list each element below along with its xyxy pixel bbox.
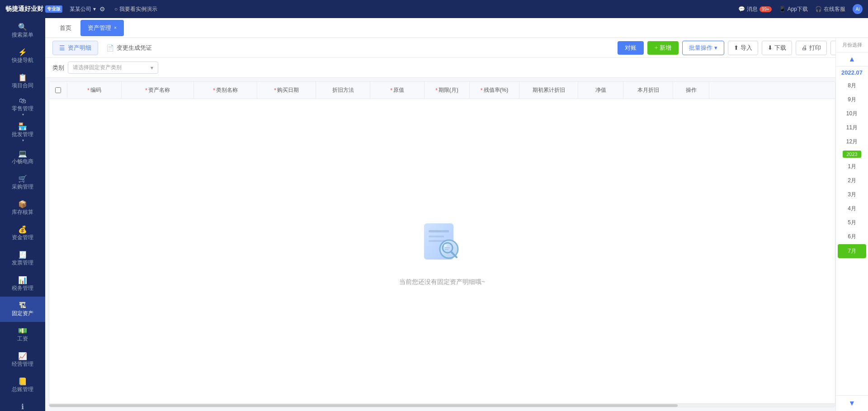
sidebar-item-basic-info[interactable]: ℹ 基础信息 — [0, 398, 45, 411]
col-method-label: 折旧方法 — [332, 86, 354, 94]
mobile-icon: 📱 — [779, 6, 786, 12]
wholesale-arrow-icon: ▾ — [22, 138, 24, 142]
month-item-4[interactable]: 4月 — [836, 202, 868, 216]
month-item-3[interactable]: 3月 — [836, 188, 868, 202]
download-button[interactable]: ⬇ 下载 — [762, 41, 792, 55]
month-item-6[interactable]: 6月 — [836, 230, 868, 244]
close-tab-icon[interactable]: × — [114, 25, 117, 30]
download-label: 下载 — [774, 44, 786, 52]
required-star: * — [435, 87, 438, 94]
user-avatar: Ai — [853, 4, 863, 14]
sidebar-item-label: 零售管理 — [12, 105, 33, 113]
headset-icon: 🎧 — [815, 6, 822, 12]
month-item-2[interactable]: 2月 — [836, 174, 868, 188]
tab-asset-management[interactable]: 资产管理 × — [80, 20, 124, 36]
batch-dropdown-icon: ▾ — [714, 44, 717, 51]
company-name: 某某公司 — [70, 5, 91, 13]
header-checkbox-cell — [49, 83, 67, 98]
month-item-12[interactable]: 12月 — [836, 135, 868, 149]
svg-rect-2 — [429, 236, 444, 237]
print-label: 打印 — [809, 44, 821, 52]
sidebar-item-label: 采购管理 — [12, 183, 33, 191]
category-select[interactable]: 请选择固定资产类别 ▾ — [68, 61, 158, 74]
import-button[interactable]: ⬆ 导入 — [728, 41, 758, 55]
finance-icon: 💰 — [18, 225, 27, 234]
message-badge: 99+ — [760, 6, 772, 12]
online-service-label: 在线客服 — [824, 5, 845, 13]
required-star: * — [87, 87, 90, 94]
sidebar-item-label: 经营管理 — [12, 360, 33, 368]
col-type-label: 类别名称 — [216, 86, 238, 94]
month-item-1[interactable]: 1月 — [836, 160, 868, 174]
user-menu[interactable]: Ai — [853, 4, 863, 14]
message-label: 消息 — [747, 5, 758, 13]
tab-home[interactable]: 首页 — [52, 20, 79, 36]
select-all-checkbox[interactable] — [55, 87, 61, 93]
quicknav-icon: ⚡ — [18, 48, 27, 57]
month-item-8[interactable]: 8月 — [836, 79, 868, 93]
sidebar-item-retail[interactable]: 🛍 零售管理 ▾ — [0, 94, 45, 119]
sidebar: 🔍 搜索菜单 ⚡ 快捷导航 📋 项目合同 🛍 零售管理 ▾ 🏪 批发管理 ▾ 💻… — [0, 18, 45, 411]
retail-arrow-icon: ▾ — [22, 113, 24, 117]
col-name-label: 资产名称 — [148, 86, 170, 94]
category-label: 类别 — [52, 64, 64, 72]
demo-link[interactable]: ○ 我要看实例演示 — [114, 5, 157, 13]
sidebar-item-label: 工资 — [17, 335, 28, 343]
sidebar-item-purchase[interactable]: 🛒 采购管理 — [0, 170, 45, 195]
online-service-button[interactable]: 🎧 在线客服 — [815, 5, 845, 13]
sub-tab-change-voucher[interactable]: 📄 变更生成凭证 — [100, 41, 158, 55]
company-dropdown-icon[interactable]: ▾ — [93, 6, 96, 12]
sidebar-item-operations[interactable]: 📈 经营管理 — [0, 347, 45, 373]
col-rate-label: 残值率(%) — [484, 86, 509, 94]
scroll-thumb[interactable] — [49, 404, 678, 407]
col-header-method: 折旧方法 — [316, 82, 370, 99]
message-button[interactable]: 💬 消息 99+ — [738, 5, 772, 13]
company-selector[interactable]: 某某公司 ▾ — [70, 5, 96, 13]
print-button[interactable]: 🖨 打印 — [796, 41, 827, 55]
sidebar-item-search[interactable]: 🔍 搜索菜单 — [0, 18, 45, 43]
sub-tab-asset-detail-label: 资产明细 — [68, 44, 91, 52]
sidebar-item-fixed-assets[interactable]: 🏗 固定资产 — [0, 297, 45, 322]
search-icon: 🔍 — [18, 23, 27, 31]
month-item-11[interactable]: 11月 — [836, 121, 868, 135]
sidebar-item-finance[interactable]: 💰 资金管理 — [0, 221, 45, 246]
sidebar-item-inventory[interactable]: 📦 库存核算 — [0, 195, 45, 221]
reconcile-button[interactable]: 对账 — [618, 41, 644, 55]
sidebar-item-quicknav[interactable]: ⚡ 快捷导航 — [0, 43, 45, 69]
asset-table: * 编码 * 资产名称 * 类别名称 * 购买日期 折旧方法 — [49, 81, 835, 407]
add-button[interactable]: + 新增 — [647, 41, 679, 55]
required-star: * — [390, 87, 392, 94]
sidebar-item-invoice[interactable]: 🧾 发票管理 — [0, 246, 45, 271]
settings-icon[interactable]: ⚙ — [99, 5, 105, 13]
required-star: * — [213, 87, 215, 94]
sidebar-item-wholesale[interactable]: 🏪 批发管理 ▾ — [0, 119, 45, 145]
inventory-icon: 📦 — [18, 200, 27, 208]
sidebar-item-tax[interactable]: 📊 税务管理 — [0, 271, 45, 297]
svg-rect-1 — [429, 230, 449, 232]
month-item-5[interactable]: 5月 — [836, 216, 868, 230]
category-placeholder: 请选择固定资产类别 — [73, 64, 122, 71]
invoice-icon: 🧾 — [18, 250, 27, 259]
sidebar-item-label: 快捷导航 — [12, 57, 33, 64]
sidebar-item-payroll[interactable]: 💵 工资 — [0, 322, 45, 347]
sub-tab-asset-detail[interactable]: ☰ 资产明细 — [52, 41, 98, 55]
sub-tab-bar: ☰ 资产明细 📄 变更生成凭证 对账 + 新增 批量操作 ▾ ⬆ 导入 ⬇ 下载… — [45, 38, 868, 58]
month-item-10[interactable]: 10月 — [836, 107, 868, 121]
category-dropdown-icon: ▾ — [151, 65, 153, 71]
sidebar-item-ecommerce[interactable]: 💻 小畅电商 — [0, 145, 45, 170]
month-item-9[interactable]: 9月 — [836, 93, 868, 107]
empty-text: 当前您还没有固定资产明细哦~ — [399, 278, 485, 286]
tab-bar: 首页 资产管理 × — [45, 18, 868, 38]
month-down-nav[interactable]: ▼ — [847, 397, 858, 409]
sidebar-item-project[interactable]: 📋 项目合同 — [0, 69, 45, 94]
batch-button[interactable]: 批量操作 ▾ — [682, 41, 724, 55]
horizontal-scrollbar[interactable] — [49, 403, 835, 407]
app-download-button[interactable]: 📱 App下载 — [779, 5, 808, 13]
basic-info-icon: ℹ — [21, 402, 24, 411]
col-accum-label: 期初累计折旧 — [533, 86, 565, 94]
import-label: 导入 — [741, 44, 752, 52]
col-net-label: 净值 — [595, 86, 606, 94]
sidebar-item-ledger[interactable]: 📒 总账管理 — [0, 373, 45, 398]
brand-logo: 畅捷通好业财 专业版 — [5, 5, 62, 13]
month-item-7-current[interactable]: 7月 — [838, 244, 866, 258]
